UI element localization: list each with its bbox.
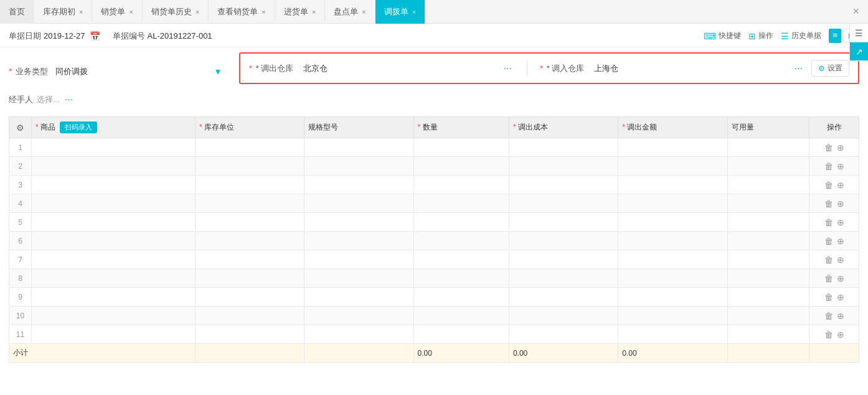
row-cost-5[interactable]	[509, 213, 618, 232]
row-unit-11[interactable]	[195, 325, 304, 344]
row-qty-9[interactable]	[413, 288, 509, 307]
row-qty-1[interactable]	[413, 138, 509, 157]
copy-row-5-icon[interactable]: ⊕	[837, 217, 844, 227]
row-available-4[interactable]	[727, 194, 809, 213]
row-unit-3[interactable]	[195, 176, 304, 194]
row-unit-10[interactable]	[195, 307, 304, 325]
handler-more-btn[interactable]: ···	[65, 94, 73, 105]
row-cost-6[interactable]	[509, 232, 618, 250]
settings-btn[interactable]: ⚙ 设置	[811, 60, 849, 77]
row-unit-8[interactable]	[195, 269, 304, 288]
copy-row-8-icon[interactable]: ⊕	[837, 274, 844, 283]
row-available-1[interactable]	[727, 138, 809, 157]
copy-row-11-icon[interactable]: ⊕	[837, 330, 844, 340]
row-qty-6[interactable]	[413, 232, 509, 250]
row-amount-9[interactable]	[618, 288, 727, 307]
row-product-10[interactable]	[32, 307, 196, 325]
row-qty-7[interactable]	[413, 250, 509, 269]
row-spec-2[interactable]	[304, 157, 413, 176]
delete-row-1-icon[interactable]: 🗑	[824, 143, 833, 153]
row-amount-4[interactable]	[618, 194, 727, 213]
calendar-icon[interactable]: 📅	[90, 31, 100, 41]
row-qty-10[interactable]	[413, 307, 509, 325]
row-spec-3[interactable]	[304, 176, 413, 194]
row-available-10[interactable]	[727, 307, 809, 325]
delete-row-4-icon[interactable]: 🗑	[824, 199, 833, 209]
delete-row-8-icon[interactable]: 🗑	[824, 274, 833, 283]
row-unit-4[interactable]	[195, 194, 304, 213]
tab-view-sales[interactable]: 查看销货单 ×	[209, 0, 275, 24]
list-view-btn[interactable]: ≡	[829, 29, 841, 43]
row-spec-5[interactable]	[304, 213, 413, 232]
row-spec-7[interactable]	[304, 250, 413, 269]
row-cost-8[interactable]	[509, 269, 618, 288]
row-product-1[interactable]	[32, 138, 196, 157]
copy-row-3-icon[interactable]: ⊕	[837, 180, 844, 190]
tab-sales-history[interactable]: 销货单历史 ×	[143, 0, 209, 24]
delete-row-11-icon[interactable]: 🗑	[824, 330, 833, 340]
row-qty-11[interactable]	[413, 325, 509, 344]
tab-close-inventory-init[interactable]: ×	[79, 8, 83, 16]
sidebar-expand-icon-btn[interactable]: ↗	[850, 42, 869, 61]
tab-purchase[interactable]: 进货单 ×	[275, 0, 325, 24]
delete-row-3-icon[interactable]: 🗑	[824, 180, 833, 190]
row-amount-1[interactable]	[618, 138, 727, 157]
tab-transfer[interactable]: 调拨单 ×	[375, 0, 425, 24]
copy-row-9-icon[interactable]: ⊕	[837, 292, 844, 302]
row-spec-11[interactable]	[304, 325, 413, 344]
delete-row-2-icon[interactable]: 🗑	[824, 161, 833, 171]
row-product-2[interactable]	[32, 157, 196, 176]
row-spec-8[interactable]	[304, 269, 413, 288]
tab-close-sales[interactable]: ×	[129, 8, 133, 16]
row-product-5[interactable]	[32, 213, 196, 232]
tab-close-purchase[interactable]: ×	[312, 8, 316, 16]
copy-row-10-icon[interactable]: ⊕	[837, 311, 844, 321]
row-qty-8[interactable]	[413, 269, 509, 288]
row-cost-11[interactable]	[509, 325, 618, 344]
table-settings-icon[interactable]: ⚙	[16, 123, 24, 133]
row-cost-3[interactable]	[509, 176, 618, 194]
row-available-3[interactable]	[727, 176, 809, 194]
row-product-8[interactable]	[32, 269, 196, 288]
delete-row-5-icon[interactable]: 🗑	[824, 217, 833, 227]
row-unit-6[interactable]	[195, 232, 304, 250]
row-cost-7[interactable]	[509, 250, 618, 269]
row-cost-10[interactable]	[509, 307, 618, 325]
row-unit-9[interactable]	[195, 288, 304, 307]
row-available-8[interactable]	[727, 269, 809, 288]
row-amount-8[interactable]	[618, 269, 727, 288]
row-cost-2[interactable]	[509, 157, 618, 176]
row-qty-5[interactable]	[413, 213, 509, 232]
business-type-dropdown-icon[interactable]: ▾	[215, 65, 220, 77]
delete-row-7-icon[interactable]: 🗑	[824, 255, 833, 265]
row-available-2[interactable]	[727, 157, 809, 176]
row-amount-3[interactable]	[618, 176, 727, 194]
row-qty-2[interactable]	[413, 157, 509, 176]
row-unit-1[interactable]	[195, 138, 304, 157]
scan-entry-btn[interactable]: 扫码录入	[60, 121, 97, 133]
sidebar-list-icon-btn[interactable]: ☰	[850, 24, 869, 42]
tab-inventory-check[interactable]: 盘点单 ×	[325, 0, 375, 24]
row-spec-6[interactable]	[304, 232, 413, 250]
row-qty-3[interactable]	[413, 176, 509, 194]
row-amount-6[interactable]	[618, 232, 727, 250]
history-btn[interactable]: ☰ 历史单据	[781, 31, 821, 41]
row-product-11[interactable]	[32, 325, 196, 344]
tab-sales[interactable]: 销货单 ×	[92, 0, 142, 24]
tab-close-sales-history[interactable]: ×	[196, 8, 199, 16]
row-cost-9[interactable]	[509, 288, 618, 307]
handler-input[interactable]: 选择...	[37, 94, 60, 105]
warehouse-in-more-btn[interactable]: ···	[792, 63, 805, 74]
copy-row-2-icon[interactable]: ⊕	[837, 161, 844, 171]
row-unit-2[interactable]	[195, 157, 304, 176]
row-unit-7[interactable]	[195, 250, 304, 269]
tab-bar-close-btn[interactable]: ×	[844, 0, 868, 24]
row-available-9[interactable]	[727, 288, 809, 307]
row-spec-10[interactable]	[304, 307, 413, 325]
tab-close-transfer[interactable]: ×	[412, 8, 416, 16]
tab-home[interactable]: 首页	[0, 0, 34, 24]
row-product-7[interactable]	[32, 250, 196, 269]
delete-row-6-icon[interactable]: 🗑	[824, 236, 833, 246]
row-product-6[interactable]	[32, 232, 196, 250]
row-product-9[interactable]	[32, 288, 196, 307]
